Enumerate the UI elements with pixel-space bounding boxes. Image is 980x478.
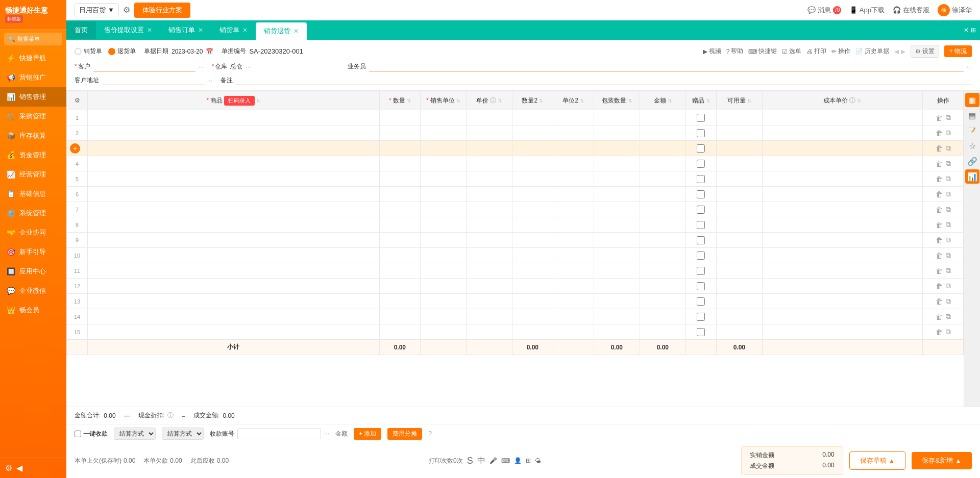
qty-sort-icon[interactable]: ⇅ — [407, 98, 411, 104]
row-3-package-qty[interactable] — [594, 141, 640, 156]
cost-info-icon[interactable]: ⓘ — [849, 96, 855, 105]
operate-button[interactable]: ✏ 操作 — [831, 47, 850, 56]
print-button[interactable]: 🖨 打印 — [806, 47, 826, 56]
row-2-cost-price[interactable] — [762, 125, 922, 141]
sidebar-item-enterprise[interactable]: 🤝 企业协同 — [0, 223, 66, 242]
grid-icon[interactable]: ⊞ — [526, 457, 531, 464]
unit-sort-icon[interactable]: ⇅ — [456, 98, 460, 104]
row-10-copy-icon[interactable]: ⧉ — [946, 251, 951, 260]
unit2-sort-icon[interactable]: ⇅ — [580, 98, 584, 104]
qty2-sort-icon[interactable]: ⇅ — [539, 98, 543, 104]
row-8-copy-icon[interactable]: ⧉ — [946, 220, 951, 229]
address-dots[interactable]: ··· — [207, 77, 212, 84]
row-3-sales-unit[interactable] — [420, 141, 466, 156]
one-click-payment-checkbox[interactable] — [75, 431, 81, 437]
tab-sales-return-close[interactable]: ✕ — [293, 28, 299, 35]
row-5-delete-icon[interactable]: 🗑 — [936, 175, 943, 183]
row-1-delete-icon[interactable]: 🗑 — [936, 114, 943, 122]
row-3-gift-checkbox[interactable] — [697, 144, 705, 153]
row-2-package-qty[interactable] — [594, 125, 640, 141]
experience-button[interactable]: 体验行业方案 — [134, 3, 190, 18]
row-1-quantity[interactable] — [379, 110, 420, 125]
sidebar-item-marketing[interactable]: 📢 营销推广 — [0, 68, 66, 87]
row-7-copy-icon[interactable]: ⧉ — [946, 205, 951, 214]
row-12-copy-icon[interactable]: ⧉ — [946, 282, 951, 290]
sidebar-item-finance[interactable]: 💰 资金管理 — [0, 145, 66, 165]
avail-sort-icon[interactable]: ⇅ — [747, 98, 751, 104]
fee-help-icon[interactable]: ? — [428, 430, 432, 437]
right-panel-link-button[interactable]: 🔗 — [965, 154, 979, 168]
row-11-copy-icon[interactable]: ⧉ — [946, 266, 951, 275]
right-panel-grid1-button[interactable]: ▦ — [965, 93, 979, 107]
row-2-quantity2[interactable] — [512, 125, 553, 141]
row-4-delete-icon[interactable]: 🗑 — [936, 160, 943, 168]
warehouse-dots[interactable]: ··· — [246, 63, 251, 70]
right-panel-chart-button[interactable]: 📊 — [965, 169, 979, 184]
search-menu-button[interactable]: 🔍 搜索菜单 — [4, 33, 62, 45]
row-4-copy-icon[interactable]: ⧉ — [946, 159, 951, 168]
add-logistics-button[interactable]: + 物流 — [944, 45, 972, 57]
row-10-delete-icon[interactable]: 🗑 — [936, 251, 943, 260]
row-9-copy-icon[interactable]: ⧉ — [946, 236, 951, 244]
tab-price-settings[interactable]: 售价提取设置 ✕ — [96, 21, 160, 39]
radio-sales-delivery[interactable]: 销货单 — [75, 47, 102, 56]
header-settings-button[interactable]: ⚙ — [123, 5, 130, 15]
sidebar-item-inventory[interactable]: 📦 库存核算 — [0, 126, 66, 145]
row-2-available[interactable] — [716, 125, 762, 141]
row-8-gift-checkbox[interactable] — [697, 221, 705, 229]
row-10-gift-checkbox[interactable] — [697, 251, 705, 260]
row-1-package-qty[interactable] — [594, 110, 640, 125]
row-15-copy-icon[interactable]: ⧉ — [946, 328, 951, 336]
row-3-copy-icon[interactable]: ⧉ — [946, 144, 951, 153]
row-13-copy-icon[interactable]: ⧉ — [946, 297, 951, 306]
grid-settings-icon[interactable]: ⚙ — [71, 94, 83, 107]
customer-address-input[interactable] — [102, 76, 204, 85]
row-11-delete-icon[interactable]: 🗑 — [936, 267, 943, 275]
row-14-delete-icon[interactable]: 🗑 — [936, 313, 943, 321]
row-9-delete-icon[interactable]: 🗑 — [936, 236, 943, 244]
row-2-delete-icon[interactable]: 🗑 — [936, 129, 943, 137]
mic-icon[interactable]: 🎤 — [489, 457, 497, 464]
row-2-gift[interactable] — [685, 125, 716, 141]
row-3-quantity[interactable] — [379, 141, 420, 156]
person-icon[interactable]: 👤 — [514, 457, 522, 464]
sidebar-item-sales[interactable]: 📊 销售管理 — [0, 87, 66, 107]
row-6-delete-icon[interactable]: 🗑 — [936, 190, 943, 198]
zhong-icon[interactable]: 中 — [477, 456, 485, 466]
sidebar-search-area[interactable]: 🔍 搜索菜单 — [0, 30, 66, 48]
calculation-method-select[interactable]: 结算方式 — [162, 427, 204, 440]
tab-menu-button[interactable]: ⊞ — [971, 27, 976, 34]
row-2-quantity[interactable] — [379, 125, 420, 141]
one-click-payment-check[interactable]: 一键收款 — [75, 430, 108, 438]
video-button[interactable]: ▶ 视频 — [703, 47, 721, 56]
app-download-action[interactable]: 📱 App下载 — [849, 6, 885, 15]
row-2-sales-unit[interactable] — [420, 125, 466, 141]
tab-home[interactable]: 首页 — [66, 21, 96, 39]
product-sort-icon[interactable]: ⇅ — [256, 98, 260, 104]
row-6-copy-icon[interactable]: ⧉ — [946, 190, 951, 198]
row-1-sales-unit[interactable] — [420, 110, 466, 125]
sidebar-collapse-button[interactable]: ◀ — [16, 463, 22, 473]
row-1-available[interactable] — [716, 110, 762, 125]
row-5-gift-checkbox[interactable] — [697, 175, 705, 183]
row-1-product[interactable] — [88, 110, 380, 125]
tab-sales-delivery[interactable]: 销货单 ✕ — [211, 21, 256, 39]
row-1-amount[interactable] — [640, 110, 685, 125]
row-3-cost-price[interactable] — [762, 141, 922, 156]
row-14-gift-checkbox[interactable] — [697, 313, 705, 321]
row-2-amount[interactable] — [640, 125, 685, 141]
row-3-product[interactable] — [88, 141, 380, 156]
row-2-unit2[interactable] — [553, 125, 594, 141]
customer-dots[interactable]: ··· — [199, 63, 204, 70]
row-3-product-input[interactable] — [91, 144, 376, 152]
row-15-gift-checkbox[interactable] — [697, 328, 705, 336]
sidebar-settings-button[interactable]: ⚙ — [5, 463, 12, 473]
row-4-gift-checkbox[interactable] — [697, 160, 705, 168]
row-13-gift-checkbox[interactable] — [697, 297, 705, 306]
row-1-copy-icon[interactable]: ⧉ — [946, 113, 951, 122]
scan-input-button[interactable]: 扫码录入 — [224, 96, 255, 106]
sidebar-item-guide[interactable]: 🎯 新手引导 — [0, 242, 66, 262]
category-select[interactable]: 日用百货 ▼ — [75, 3, 119, 17]
row-1-unit2[interactable] — [553, 110, 594, 125]
fee-split-button[interactable]: 费用分摊 — [387, 428, 422, 440]
